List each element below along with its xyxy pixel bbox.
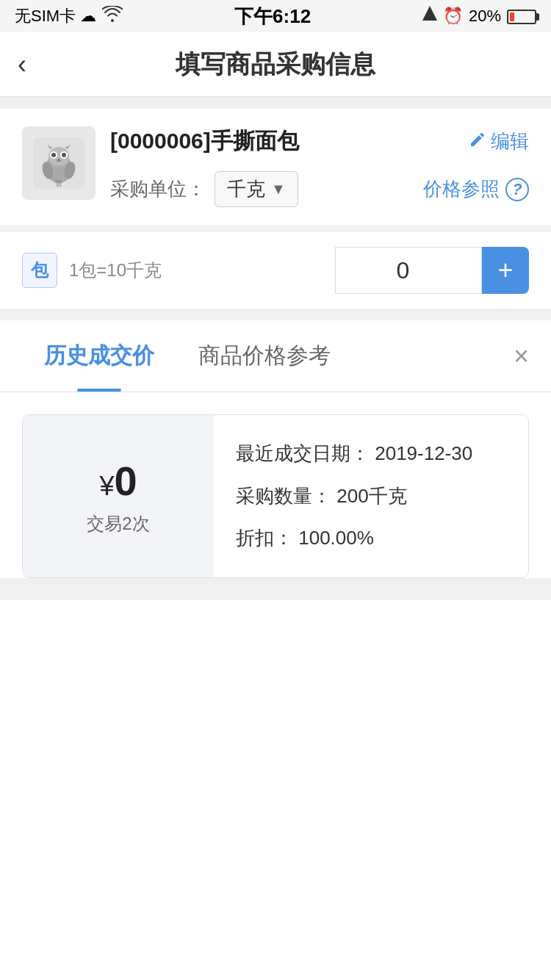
page-bottom (0, 600, 551, 980)
wifi-icon (102, 6, 123, 26)
quantity-input-group: + (335, 247, 529, 294)
purchase-qty-row: 采购数量： 200千克 (236, 481, 506, 512)
product-header: 管 [0000006]手撕面包 编辑 (22, 126, 529, 207)
tabs-header: 历史成交价 商品价格参考 × (0, 320, 551, 392)
quantity-unit-badge: 包 (22, 253, 57, 288)
battery-pct: 20% (469, 7, 501, 26)
location-icon (422, 6, 437, 26)
quantity-label-group: 包 1包=10千克 (22, 253, 162, 288)
edit-icon (469, 131, 486, 153)
quantity-unit-desc: 1包=10千克 (69, 259, 162, 282)
svg-point-5 (51, 153, 56, 157)
price-symbol: ¥ (99, 471, 114, 501)
price-card-right: 最近成交日期： 2019-12-30 采购数量： 200千克 折扣： 100.0… (214, 415, 528, 577)
nav-bar: ‹ 填写商品采购信息 (0, 32, 551, 97)
quantity-section: 包 1包=10千克 + (0, 226, 551, 309)
edit-button[interactable]: 编辑 (469, 129, 529, 154)
svg-text:管: 管 (55, 179, 62, 187)
status-carrier: 无SIM卡 ☁ (15, 5, 123, 27)
product-name-row: [0000006]手撕面包 编辑 (110, 126, 529, 156)
tabs-section: 历史成交价 商品价格参考 × ¥0 交易2次 最近成交日期： 2019-12-3… (0, 320, 551, 578)
price-card-left: ¥0 交易2次 (23, 415, 214, 577)
purchase-qty-value: 200千克 (336, 485, 406, 507)
alarm-icon: ⏰ (443, 7, 463, 26)
status-bar: 无SIM卡 ☁ 下午6:12 ⏰ 20% (0, 0, 551, 32)
purchase-unit-label: 采购单位： (110, 176, 206, 202)
product-image: 管 (22, 126, 96, 200)
price-trade-count: 交易2次 (87, 512, 149, 536)
battery-icon (507, 7, 536, 26)
status-right-group: ⏰ 20% (422, 6, 536, 26)
svg-point-6 (62, 153, 66, 157)
recent-date-value: 2019-12-30 (375, 442, 472, 464)
purchase-unit-row: 采购单位： 千克 ▼ 价格参照 ? (110, 171, 529, 207)
tab-product-price-ref[interactable]: 商品价格参考 (176, 320, 353, 392)
carrier-text: 无SIM卡 ☁ (15, 5, 96, 27)
tabs-close-button[interactable]: × (514, 341, 529, 372)
price-value: ¥0 (99, 457, 137, 505)
price-card: ¥0 交易2次 最近成交日期： 2019-12-30 采购数量： 200千克 折… (22, 414, 529, 578)
info-icon: ? (505, 178, 529, 201)
tab-history-price[interactable]: 历史成交价 (22, 320, 176, 392)
product-info: [0000006]手撕面包 编辑 采购单位： 千克 ▼ (110, 126, 529, 207)
quantity-input[interactable] (335, 247, 482, 294)
back-button[interactable]: ‹ (18, 49, 26, 80)
discount-label: 折扣： (236, 527, 293, 549)
product-card: 管 [0000006]手撕面包 编辑 (0, 109, 551, 225)
unit-select[interactable]: 千克 ▼ (215, 171, 298, 207)
recent-date-label: 最近成交日期： (236, 442, 370, 464)
price-reference-button[interactable]: 价格参照 ? (423, 176, 529, 202)
purchase-qty-label: 采购数量： (236, 485, 331, 507)
page-title: 填写商品采购信息 (176, 48, 375, 82)
edit-label: 编辑 (491, 129, 529, 154)
status-time: 下午6:12 (234, 4, 311, 29)
price-ref-label: 价格参照 (423, 176, 500, 202)
discount-value: 100.00% (298, 527, 374, 549)
quantity-plus-button[interactable]: + (482, 247, 529, 294)
product-name: [0000006]手撕面包 (110, 126, 299, 156)
recent-date-row: 最近成交日期： 2019-12-30 (236, 439, 506, 469)
unit-dropdown-arrow: ▼ (271, 181, 286, 198)
unit-value: 千克 (227, 176, 265, 202)
discount-row: 折扣： 100.00% (236, 523, 506, 554)
